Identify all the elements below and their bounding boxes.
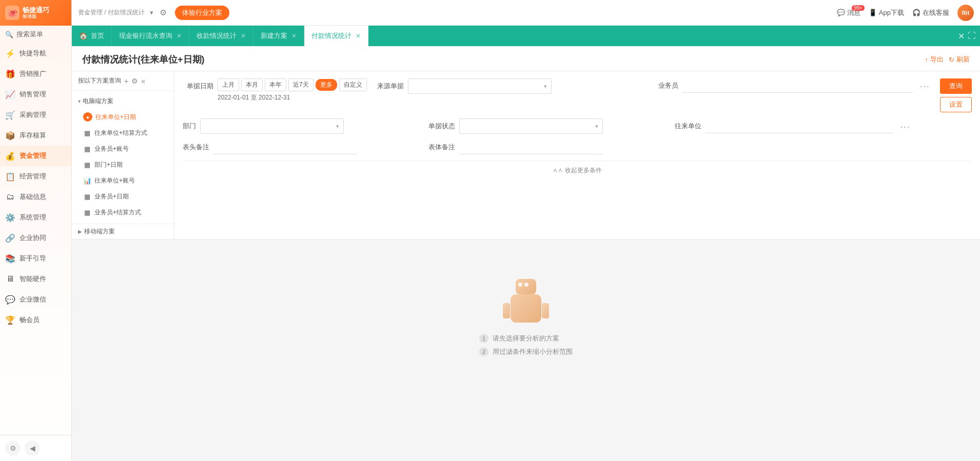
voucher-status-arrow: ▾ <box>595 123 598 130</box>
page-content: 付款情况统计(往来单位+日期) ↑ 导出 ↻ 刷新 按以下方案查询 + <box>72 46 980 461</box>
sidebar-nav: ⚡ 快捷导航 🎁 营销推广 📈 销售管理 🛒 采购管理 📦 库存核算 💰 资金管… <box>0 43 71 435</box>
tab-newscheme[interactable]: 新建方案 ✕ <box>253 26 304 46</box>
desktop-group-header[interactable]: ▾ 电脑端方案 <box>72 94 174 109</box>
staff-input[interactable] <box>682 78 912 93</box>
receipt-close-icon[interactable]: ✕ <box>241 32 246 39</box>
empty-state: 1 请先选择要分析的方案 2 用过滤条件来缩小分析范围 <box>479 276 573 356</box>
message-icon: 💬 <box>837 9 845 16</box>
hint-2: 2 用过滤条件来缩小分析范围 <box>479 347 573 356</box>
scheme-item-unit-account[interactable]: 📊 往来单位+账号 <box>72 173 174 189</box>
online-service-action[interactable]: 🎧 在线客服 <box>912 8 949 17</box>
dept-select[interactable]: ▾ <box>200 118 344 134</box>
hint-num-2: 2 <box>479 347 488 356</box>
sidebar-item-wechat[interactable]: 💬 企业微信 <box>0 289 71 310</box>
scheme-item-unit-settle[interactable]: ▦ 往来单位+结算方式 <box>72 125 174 141</box>
service-icon: 🎧 <box>912 9 920 16</box>
counterpart-input[interactable] <box>705 119 893 133</box>
sidebar-item-vip[interactable]: 🏆 畅会员 <box>0 310 71 330</box>
sidebar-item-operation[interactable]: 📋 经营管理 <box>0 166 71 187</box>
breadcrumb-chevron[interactable]: ▾ <box>150 9 153 16</box>
avatar[interactable]: Rit <box>957 5 974 21</box>
scheme-table-icon-2: ▦ <box>83 145 91 153</box>
trial-btn[interactable]: 体验行业方案 <box>175 6 229 20</box>
main-filter: 单据日期 上月 本月 本年 近7天 更多 自定义 2022-01-01 至 20… <box>174 71 980 239</box>
tab-maximize-icon[interactable]: ⛶ <box>968 31 976 41</box>
sidebar-collapse-btn[interactable]: ◀ <box>25 440 40 456</box>
scheme-collapse-icon[interactable]: « <box>141 77 145 85</box>
source-select[interactable]: ▾ <box>408 78 552 94</box>
scheme-sidebar-header: 按以下方案查询 + ⚙ « <box>72 71 174 91</box>
collapse-bar[interactable]: ∧∧ 收起更多条件 <box>183 161 972 180</box>
sidebar-item-guide[interactable]: 📚 新手引导 <box>0 248 71 269</box>
tabbar-actions: ✕ ⛶ <box>954 26 980 46</box>
scheme-item-staff-date[interactable]: ▦ 业务员+日期 <box>72 189 174 205</box>
date-btn-more[interactable]: 更多 <box>316 79 337 91</box>
scheme-item-unit-date[interactable]: ● 往来单位+日期 <box>72 109 174 125</box>
sidebar-item-enterprise[interactable]: 🔗 企业协同 <box>0 228 71 248</box>
system-icon: ⚙️ <box>5 212 15 223</box>
operation-icon: 📋 <box>5 171 15 182</box>
date-btn-custom[interactable]: 自定义 <box>339 78 367 91</box>
app-download-action[interactable]: 📱 App下载 <box>869 8 904 17</box>
date-btn-this-year[interactable]: 本年 <box>265 78 286 91</box>
counterpart-label: 往来单位 <box>675 122 701 131</box>
sidebar-item-inventory[interactable]: 📦 库存核算 <box>0 125 71 146</box>
sidebar-item-basicinfo[interactable]: 🗂 基础信息 <box>0 187 71 207</box>
body-note-input[interactable] <box>459 140 603 154</box>
sidebar-item-sales[interactable]: 📈 销售管理 <box>0 84 71 105</box>
scheme-item-staff-settle[interactable]: ▦ 业务员+结算方式 <box>72 205 174 221</box>
mobile-group-header[interactable]: ▶ 移动端方案 <box>72 224 174 239</box>
sidebar-item-marketing[interactable]: 🎁 营销推广 <box>0 64 71 84</box>
tab-close-all-icon[interactable]: ✕ <box>958 31 965 41</box>
refresh-btn[interactable]: ↻ 刷新 <box>949 55 970 64</box>
export-btn[interactable]: ↑ 导出 <box>925 55 944 64</box>
scheme-table-icon-1: ▦ <box>83 129 91 137</box>
home-icon: 🏠 <box>79 32 88 40</box>
sidebar-settings-btn[interactable]: ⚙ <box>5 440 21 456</box>
date-btn-this-month[interactable]: 本月 <box>241 78 263 91</box>
page-header: 付款情况统计(往来单位+日期) ↑ 导出 ↻ 刷新 <box>72 46 980 71</box>
scheme-add-icon[interactable]: + <box>124 77 128 85</box>
hint-num-1: 1 <box>479 334 488 343</box>
vip-icon: 🏆 <box>5 315 15 325</box>
payment-close-icon[interactable]: ✕ <box>356 32 361 39</box>
staff-ellipsis[interactable]: ··· <box>919 80 930 92</box>
search-icon: 🔍 <box>5 31 13 38</box>
sidebar-item-purchase[interactable]: 🛒 采购管理 <box>0 105 71 125</box>
tab-cashflow[interactable]: 现金银行流水查询 ✕ <box>112 26 189 46</box>
tab-payment[interactable]: 付款情况统计 ✕ <box>304 26 368 46</box>
sidebar-item-system[interactable]: ⚙️ 系统管理 <box>0 207 71 228</box>
newscheme-close-icon[interactable]: ✕ <box>291 32 297 39</box>
message-action[interactable]: 💬 消息 99+ <box>837 8 860 17</box>
results-area: 1 请先选择要分析的方案 2 用过滤条件来缩小分析范围 <box>72 239 980 393</box>
sidebar-item-capital[interactable]: 💰 资金管理 <box>0 146 71 166</box>
collapse-up-icon: ∧∧ <box>553 167 563 174</box>
settings-btn[interactable]: 设置 <box>940 97 972 112</box>
tab-home[interactable]: 🏠 首页 <box>72 26 112 46</box>
sidebar-item-hardware[interactable]: 🖥 智能硬件 <box>0 269 71 289</box>
guide-icon: 📚 <box>5 253 15 264</box>
voucher-status-select[interactable]: ▾ <box>459 118 603 134</box>
desktop-group-arrow: ▾ <box>78 98 81 104</box>
body-note-label: 表体备注 <box>428 143 455 152</box>
cashflow-close-icon[interactable]: ✕ <box>177 32 182 39</box>
scheme-active-dot: ● <box>83 112 92 122</box>
sidebar-item-shortcut[interactable]: ⚡ 快捷导航 <box>0 43 71 64</box>
search-menu[interactable]: 🔍 搜索菜单 <box>0 26 71 43</box>
counterpart-ellipsis[interactable]: ··· <box>900 121 910 132</box>
query-btn[interactable]: 查询 <box>940 78 972 94</box>
date-btn-7days[interactable]: 近7天 <box>288 78 313 91</box>
scheme-settings-icon[interactable]: ⚙ <box>131 77 138 85</box>
scheme-table-icon-5: ▦ <box>83 209 91 217</box>
scheme-item-staff-account[interactable]: ▦ 业务员+账号 <box>72 141 174 157</box>
app-icon: 📱 <box>869 9 877 16</box>
tab-receipt[interactable]: 收款情况统计 ✕ <box>189 26 253 46</box>
dept-select-arrow: ▾ <box>336 123 339 130</box>
header-note-input[interactable] <box>213 140 357 154</box>
sidebar: 🐙 畅捷通巧 标准版 🔍 搜索菜单 ⚡ 快捷导航 🎁 营销推广 📈 销售管理 🛒… <box>0 0 72 461</box>
date-btn-last-month[interactable]: 上月 <box>218 78 239 91</box>
scheme-item-dept-date[interactable]: ▦ 部门+日期 <box>72 157 174 173</box>
sales-icon: 📈 <box>5 89 15 99</box>
topbar-gear-icon[interactable]: ⚙ <box>160 8 167 17</box>
scheme-table-icon-3: ▦ <box>83 161 91 169</box>
